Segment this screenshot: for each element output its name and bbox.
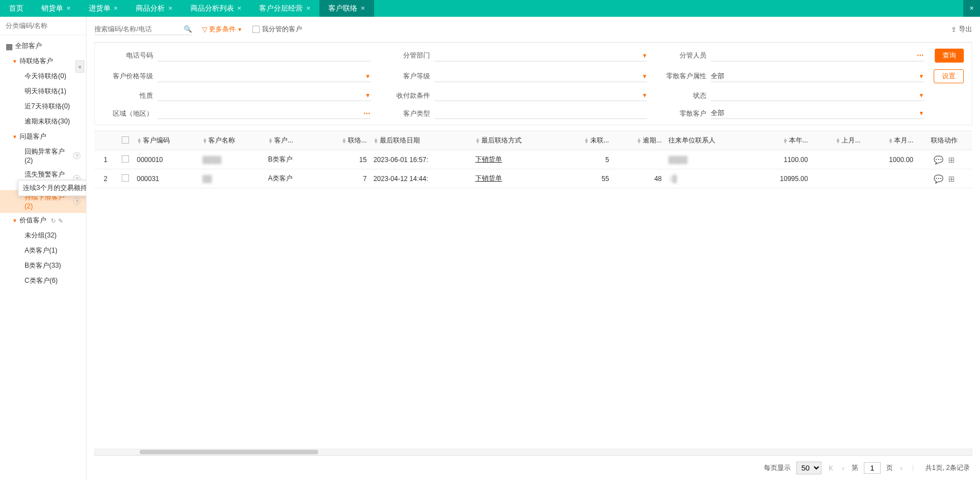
first-page-button[interactable]: K [827, 464, 835, 472]
col-this-month[interactable]: ▲▼本月... [864, 131, 916, 150]
tree-leaf[interactable]: 近7天待联络(0) [0, 99, 86, 114]
tab-customer-contact[interactable]: 客户联络× [319, 0, 374, 17]
col-code[interactable]: ▲▼客户编码 [133, 131, 199, 150]
checkbox-all[interactable] [122, 136, 129, 144]
sort-icon: ▲▼ [475, 138, 480, 144]
collapse-sidebar-button[interactable]: « [75, 60, 84, 73]
chat-icon[interactable]: 💬 [934, 174, 943, 183]
next-page-button[interactable]: › [898, 464, 904, 472]
edit-icon[interactable]: ✎ [58, 217, 63, 224]
tree-group-value[interactable]: ▼价值客户↻✎ [0, 213, 86, 228]
sort-icon: ▲▼ [374, 138, 379, 144]
export-button[interactable]: ⇪ 导出 [951, 25, 972, 34]
tree-group-pending[interactable]: ▼待联络客户 [0, 54, 86, 69]
info-icon[interactable]: ? [73, 198, 80, 205]
table-row[interactable]: 1 0000010 ████ B类客户 15 2023-06-01 16:57:… [94, 150, 972, 169]
paycond-select[interactable]: ▼ [434, 90, 648, 101]
nature-select[interactable]: ▼ [157, 90, 371, 101]
field-label: 零散客户属性 [656, 72, 706, 81]
col-index[interactable] [94, 131, 117, 150]
tab-product-analysis[interactable]: 商品分析× [127, 0, 181, 17]
close-icon[interactable]: × [114, 0, 118, 17]
region-select[interactable]: ⋯ [157, 108, 371, 119]
search-icon[interactable]: 🔍 [184, 25, 192, 33]
phone-input[interactable] [157, 50, 371, 61]
sort-icon: ▲▼ [637, 138, 642, 144]
last-page-button[interactable]: 〉 [910, 463, 920, 473]
tree-leaf[interactable]: A类客户(1) [0, 243, 86, 258]
caret-down-icon: ▼ [12, 59, 17, 64]
col-last-month[interactable]: ▲▼上月... [811, 131, 864, 150]
close-icon[interactable]: × [168, 0, 173, 17]
retail-attr-select[interactable]: 全部▼ [711, 71, 924, 82]
col-last-date[interactable]: ▲▼最后联络日期 [370, 131, 472, 150]
tab-purchase[interactable]: 进货单× [80, 0, 127, 17]
main-search-input[interactable] [94, 23, 184, 35]
settings-button[interactable]: 设置 [934, 69, 964, 83]
col-last-way[interactable]: ▲▼最后联络方式 [472, 131, 560, 150]
my-customer-checkbox[interactable]: 我分管的客户 [252, 25, 302, 34]
tree-leaf[interactable]: B类客户(33) [0, 258, 86, 273]
close-icon[interactable]: × [361, 0, 365, 17]
query-button[interactable]: 查询 [935, 49, 964, 63]
retail-cust-select[interactable]: 全部▼ [711, 108, 924, 119]
col-year[interactable]: ▲▼本年... [754, 131, 811, 150]
col-overdue[interactable]: ▲▼逾期... [613, 131, 665, 150]
qr-icon[interactable]: ⊞ [948, 174, 955, 183]
tab-sales[interactable]: 销货单× [32, 0, 80, 17]
tree-leaf[interactable]: 逾期未联络(30) [0, 114, 86, 129]
cell-checkbox[interactable] [117, 150, 133, 169]
col-name[interactable]: ▲▼客户名称 [199, 131, 265, 150]
col-checkbox[interactable] [117, 131, 133, 150]
scrollbar-thumb[interactable] [140, 450, 318, 454]
col-contact-person[interactable]: 往来单位联系人 [665, 131, 754, 150]
tree-leaf[interactable]: 回购异常客户(2)? [0, 144, 86, 167]
cell-last-date: 2023-06-01 16:57: [370, 150, 472, 169]
close-icon[interactable]: × [306, 0, 310, 17]
pagination-total: 共1页, 2条记录 [925, 463, 970, 473]
chat-icon[interactable]: 💬 [934, 155, 943, 164]
col-no-contact[interactable]: ▲▼未联... [560, 131, 612, 150]
cell-this-month: 1000.00 [864, 150, 916, 169]
tab-home[interactable]: 首页 [0, 0, 32, 17]
tree-leaf[interactable]: 今天待联络(0) [0, 69, 86, 84]
close-all-tabs-button[interactable]: × [963, 0, 980, 17]
info-icon[interactable]: ? [73, 152, 80, 159]
price-level-select[interactable]: ▼ [157, 71, 371, 82]
sort-icon: ▲▼ [835, 138, 840, 144]
data-table-wrapper[interactable]: ▲▼客户编码 ▲▼客户名称 ▲▼客户... ▲▼联络... ▲▼最后联络日期 ▲… [94, 131, 972, 449]
refresh-icon[interactable]: ↻ [51, 217, 56, 224]
status-select[interactable]: ▼ [711, 90, 924, 101]
tree-root-all-customers[interactable]: ▦全部客户 [0, 39, 86, 54]
horizontal-scrollbar[interactable] [94, 449, 972, 455]
cust-level-select[interactable]: ▼ [434, 71, 648, 82]
cell-last-way[interactable]: 下销货单 [472, 169, 560, 188]
more-conditions-toggle[interactable]: ▽ 更多条件 ▼ [202, 25, 242, 34]
close-icon[interactable]: × [237, 0, 242, 17]
filter-bar: 🔍 ▽ 更多条件 ▼ 我分管的客户 ⇪ 导出 [94, 17, 972, 42]
qr-icon[interactable]: ⊞ [948, 155, 955, 164]
tree-leaf[interactable]: 明天待联络(1) [0, 84, 86, 99]
tree-leaf[interactable]: C类客户(6) [0, 273, 86, 288]
col-level[interactable]: ▲▼客户... [265, 131, 317, 150]
page-number-input[interactable] [864, 462, 881, 474]
person-select[interactable]: ⋯ [711, 50, 924, 61]
cell-last-way[interactable]: 下销货单 [472, 150, 560, 169]
tree-leaf[interactable]: 未分组(32) [0, 228, 86, 243]
tab-customer-layer[interactable]: 客户分层经营× [250, 0, 319, 17]
col-contact-count[interactable]: ▲▼联络... [317, 131, 370, 150]
cell-no-contact: 5 [560, 150, 612, 169]
field-label: 电话号码 [103, 51, 153, 60]
cell-checkbox[interactable] [117, 169, 133, 188]
more-icon: ⋯ [917, 51, 924, 59]
prev-page-button[interactable]: ‹ [840, 464, 846, 472]
close-icon[interactable]: × [66, 0, 71, 17]
tree-group-problem[interactable]: ▼问题客户 [0, 129, 86, 144]
page-size-select[interactable]: 50 [796, 462, 821, 474]
cust-type-select[interactable] [434, 108, 648, 119]
sidebar-search-input[interactable] [6, 22, 87, 30]
dept-select[interactable]: ▼ [434, 50, 648, 61]
tab-product-analysis-list[interactable]: 商品分析列表× [181, 0, 251, 17]
cell-this-month [864, 169, 916, 188]
table-row[interactable]: 2 000031 ██ A类客户 7 2023-04-12 14:44: 下销货… [94, 169, 972, 188]
